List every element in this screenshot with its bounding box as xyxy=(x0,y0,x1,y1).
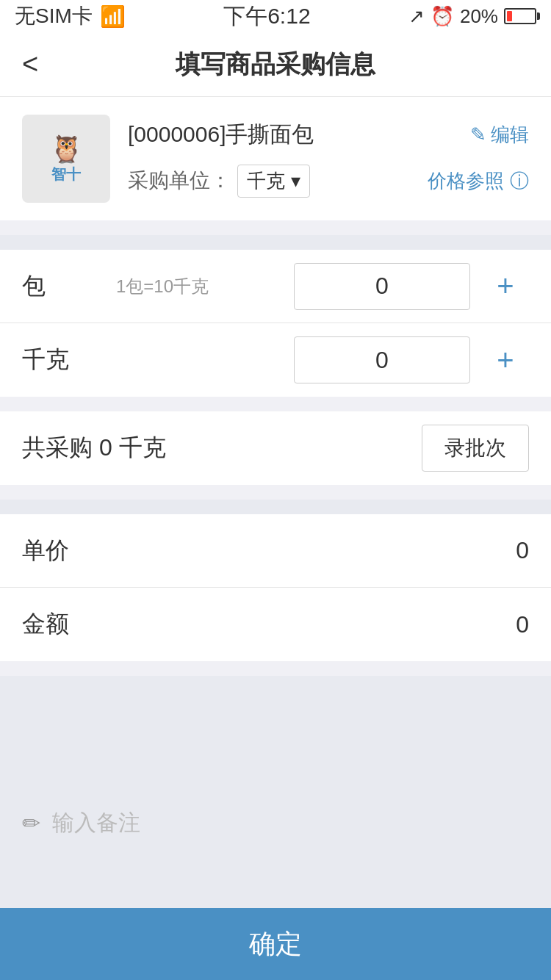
carrier-text: 无SIM卡 xyxy=(15,2,93,30)
status-left: 无SIM卡 📶 xyxy=(15,2,126,30)
kg-label: 千克 xyxy=(22,344,110,376)
product-card: 🦉 智十 [0000006]手撕面包 ✎ 编辑 采购单位： 千克 ▾ 价格参照 … xyxy=(0,97,551,220)
alarm-icon: ⏰ xyxy=(431,5,454,28)
amount-value: 0 xyxy=(516,611,529,638)
status-time: 下午6:12 xyxy=(223,1,310,32)
back-button[interactable]: < xyxy=(22,48,38,80)
unit-value: 千克 xyxy=(247,168,285,194)
bag-label: 包 xyxy=(22,270,110,303)
kg-value: 0 xyxy=(375,347,389,374)
batch-button[interactable]: 录批次 xyxy=(422,425,529,472)
edit-icon: ✎ xyxy=(470,123,486,146)
kg-plus-button[interactable]: + xyxy=(482,336,529,383)
summary-prefix: 共采购 xyxy=(22,434,93,461)
owl-icon: 🦉 xyxy=(50,134,83,165)
separator-2 xyxy=(0,500,551,514)
amount-row: 金额 0 xyxy=(0,588,551,661)
product-logo: 🦉 智十 xyxy=(37,137,96,181)
dropdown-icon: ▾ xyxy=(291,170,300,192)
unit-label-group: 采购单位： 千克 ▾ xyxy=(128,165,310,198)
battery-icon xyxy=(504,8,536,24)
edit-label: 编辑 xyxy=(491,122,529,148)
unit-price-value: 0 xyxy=(516,537,529,564)
wifi-icon: 📶 xyxy=(100,4,126,29)
unit-price-label: 单价 xyxy=(22,535,69,567)
battery-percent: 20% xyxy=(460,5,498,28)
summary-text: 共采购 0 千克 xyxy=(22,432,166,464)
product-unit-row: 采购单位： 千克 ▾ 价格参照 ⓘ xyxy=(128,165,529,198)
status-right: ↗ ⏰ 20% xyxy=(408,5,536,28)
kg-input-row: 千克 0 + xyxy=(0,323,551,397)
status-bar: 无SIM卡 📶 下午6:12 ↗ ⏰ 20% xyxy=(0,0,551,32)
summary-unit: 千克 xyxy=(119,434,166,461)
info-icon: ⓘ xyxy=(510,168,529,194)
bag-input-field[interactable]: 0 xyxy=(294,263,470,310)
kg-input-field[interactable]: 0 xyxy=(294,336,470,383)
unit-select[interactable]: 千克 ▾ xyxy=(237,165,310,198)
product-name-row: [0000006]手撕面包 ✎ 编辑 xyxy=(128,120,529,150)
location-icon: ↗ xyxy=(408,5,425,28)
price-ref-label: 价格参照 xyxy=(428,168,504,194)
product-name: [0000006]手撕面包 xyxy=(128,120,314,150)
input-section: 包 1包=10千克 0 + 千克 0 + xyxy=(0,250,551,397)
product-image: 🦉 智十 xyxy=(22,115,110,203)
price-section: 单价 0 金额 0 xyxy=(0,514,551,661)
bag-value: 0 xyxy=(375,273,389,300)
bag-input-row: 包 1包=10千克 0 + xyxy=(0,250,551,323)
unit-price-row: 单价 0 xyxy=(0,514,551,588)
separator-1 xyxy=(0,235,551,250)
logo-text: 智十 xyxy=(51,165,81,184)
nav-bar: < 填写商品采购信息 xyxy=(0,32,551,97)
confirm-bar[interactable]: 确定 xyxy=(0,908,551,980)
bag-sublabel: 1包=10千克 xyxy=(116,275,209,298)
notes-placeholder: 输入备注 xyxy=(52,808,140,838)
price-ref-button[interactable]: 价格参照 ⓘ xyxy=(428,168,529,194)
amount-label: 金额 xyxy=(22,608,69,641)
edit-button[interactable]: ✎ 编辑 xyxy=(470,122,529,148)
pencil-icon: ✏ xyxy=(22,810,40,836)
summary-value: 0 xyxy=(99,434,112,461)
product-info: [0000006]手撕面包 ✎ 编辑 采购单位： 千克 ▾ 价格参照 ⓘ xyxy=(128,120,529,198)
summary-section: 共采购 0 千克 录批次 xyxy=(0,411,551,485)
bag-plus-button[interactable]: + xyxy=(482,263,529,310)
unit-label: 采购单位： xyxy=(128,169,231,192)
page-title: 填写商品采购信息 xyxy=(176,48,375,82)
confirm-button-label: 确定 xyxy=(249,926,302,962)
